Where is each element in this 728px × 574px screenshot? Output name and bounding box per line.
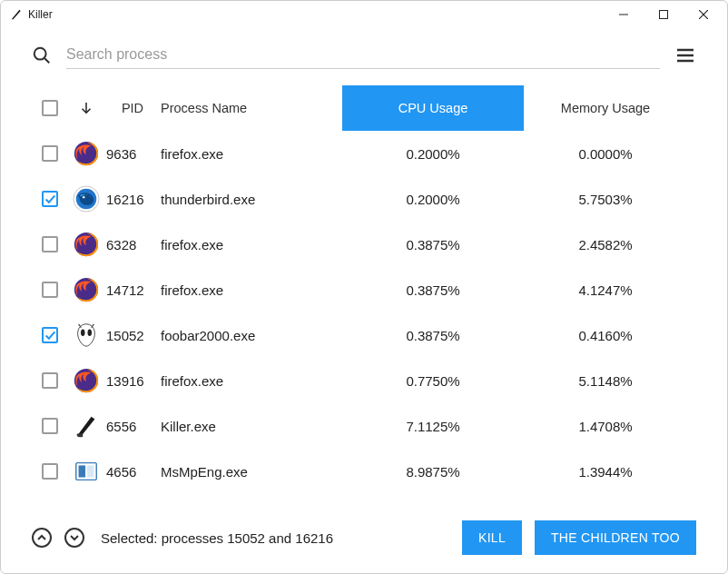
column-header-memory[interactable]: Memory Usage (524, 101, 687, 115)
column-header-pid[interactable]: PID (104, 101, 161, 115)
footer-bar: Selected: processes 15052 and 16216 KILL… (1, 506, 727, 573)
cell-memory: 1.4708% (524, 419, 687, 434)
defender-icon (68, 458, 104, 485)
minimize-button[interactable] (604, 1, 644, 28)
hamburger-menu-button[interactable] (674, 45, 696, 66)
svg-line-5 (44, 58, 49, 63)
sort-direction-icon[interactable] (68, 100, 104, 116)
row-checkbox[interactable] (32, 418, 68, 434)
expand-down-button[interactable] (64, 528, 84, 548)
search-icon (32, 45, 52, 65)
cell-pid: 15052 (104, 328, 161, 343)
cell-memory: 1.3944% (524, 464, 687, 480)
cell-pid: 9636 (104, 146, 161, 162)
cell-memory: 5.1148% (524, 373, 687, 389)
selection-status: Selected: processes 15052 and 16216 (101, 530, 449, 546)
firefox-icon (68, 276, 104, 303)
expand-up-button[interactable] (32, 528, 52, 548)
cell-memory: 4.1247% (524, 282, 687, 298)
cell-memory: 0.4160% (524, 328, 687, 343)
foobar-icon (68, 322, 104, 349)
cell-process-name: firefox.exe (161, 282, 342, 298)
process-table: PID Process Name CPU Usage Memory Usage … (32, 85, 696, 494)
killer-icon (68, 412, 104, 440)
cell-cpu: 8.9875% (342, 464, 524, 480)
svg-point-4 (34, 47, 46, 59)
table-row[interactable]: 6556Killer.exe7.1125%1.4708% (32, 403, 696, 449)
search-bar (32, 41, 696, 69)
column-header-name[interactable]: Process Name (161, 101, 342, 115)
cell-cpu: 0.3875% (342, 237, 524, 252)
row-checkbox[interactable] (32, 236, 68, 252)
cell-pid: 4656 (104, 464, 161, 480)
cell-pid: 6328 (104, 237, 161, 252)
row-checkbox[interactable] (32, 145, 68, 162)
svg-rect-1 (660, 11, 668, 19)
table-row[interactable]: 16216thunderbird.exe0.2000%5.7503% (32, 176, 696, 222)
cell-cpu: 0.2000% (342, 192, 524, 207)
table-row[interactable]: 6328firefox.exe0.3875%2.4582% (32, 222, 696, 267)
cell-process-name: MsMpEng.exe (161, 464, 342, 480)
cell-process-name: firefox.exe (161, 237, 342, 252)
table-row[interactable]: 4656MsMpEng.exe8.9875%1.3944% (32, 449, 696, 494)
kill-button[interactable]: KILL (462, 520, 522, 555)
firefox-icon (68, 231, 104, 258)
close-button[interactable] (684, 1, 723, 28)
cell-cpu: 0.3875% (342, 282, 524, 298)
row-checkbox[interactable] (32, 463, 68, 480)
column-header-cpu[interactable]: CPU Usage (342, 85, 524, 131)
cell-pid: 16216 (104, 192, 161, 207)
cell-process-name: firefox.exe (161, 373, 342, 389)
row-checkbox[interactable] (32, 191, 68, 207)
cell-cpu: 0.2000% (342, 146, 524, 162)
cell-process-name: thunderbird.exe (161, 192, 342, 207)
row-checkbox[interactable] (32, 372, 68, 389)
firefox-icon (68, 367, 104, 394)
cell-process-name: Killer.exe (161, 419, 342, 434)
cell-pid: 6556 (104, 419, 161, 434)
cell-process-name: foobar2000.exe (161, 328, 342, 343)
table-row[interactable]: 15052foobar2000.exe0.3875%0.4160% (32, 312, 696, 358)
search-input[interactable] (66, 41, 660, 69)
table-row[interactable]: 9636firefox.exe0.2000%0.0000% (32, 131, 696, 176)
cell-process-name: firefox.exe (161, 146, 342, 162)
kill-children-button[interactable]: THE CHILDREN TOO (535, 520, 696, 555)
table-row[interactable]: 14712firefox.exe0.3875%4.1247% (32, 267, 696, 312)
cell-pid: 14712 (104, 282, 161, 298)
table-row[interactable]: 13916firefox.exe0.7750%5.1148% (32, 358, 696, 403)
thunderbird-icon (68, 185, 104, 213)
cell-cpu: 0.7750% (342, 373, 524, 389)
cell-memory: 0.0000% (524, 146, 687, 162)
select-all-checkbox[interactable] (32, 100, 68, 116)
window-titlebar: Killer (1, 1, 727, 28)
cell-cpu: 0.3875% (342, 328, 524, 343)
cell-cpu: 7.1125% (342, 419, 524, 434)
row-checkbox[interactable] (32, 327, 68, 343)
cell-memory: 2.4582% (524, 237, 687, 252)
firefox-icon (68, 140, 104, 167)
row-checkbox[interactable] (32, 282, 68, 298)
cell-memory: 5.7503% (524, 192, 687, 207)
table-header-row: PID Process Name CPU Usage Memory Usage (32, 85, 696, 131)
window-title: Killer (28, 8, 604, 21)
maximize-button[interactable] (644, 1, 684, 28)
cell-pid: 13916 (104, 373, 161, 389)
app-icon (10, 8, 23, 21)
